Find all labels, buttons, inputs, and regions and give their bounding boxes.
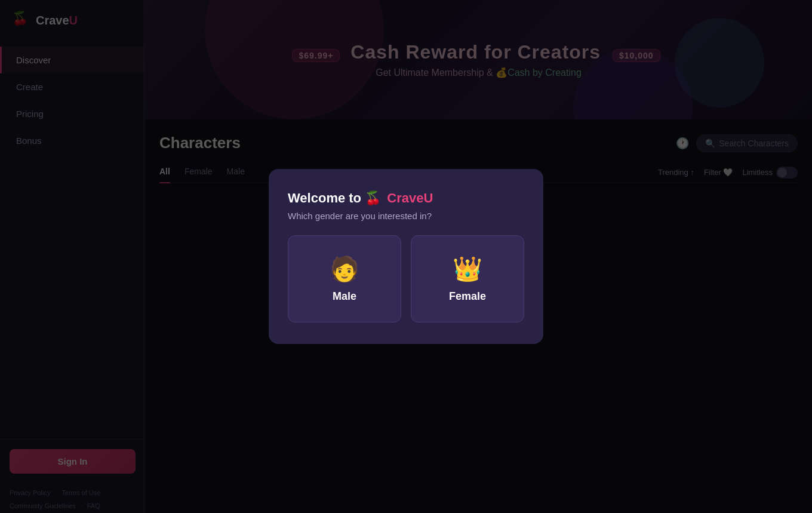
male-label: Male	[333, 290, 356, 303]
modal-title-prefix: Welcome to	[288, 191, 361, 205]
gender-card-female[interactable]: 👑 Female	[411, 235, 524, 322]
gender-options: 🧑 Male 👑 Female	[288, 235, 524, 322]
female-emoji: 👑	[453, 255, 482, 283]
female-label: Female	[449, 290, 486, 303]
modal-subtitle: Which gender are you interested in?	[288, 211, 524, 221]
male-emoji: 🧑	[330, 255, 359, 283]
modal-brand-name: CraveU	[387, 191, 433, 205]
modal-overlay[interactable]: Welcome to 🍒 CraveU Which gender are you…	[0, 0, 812, 513]
modal-title-icon: 🍒	[365, 191, 385, 205]
gender-card-male[interactable]: 🧑 Male	[288, 235, 401, 322]
modal-title: Welcome to 🍒 CraveU	[288, 191, 524, 206]
gender-modal: Welcome to 🍒 CraveU Which gender are you…	[269, 169, 543, 344]
